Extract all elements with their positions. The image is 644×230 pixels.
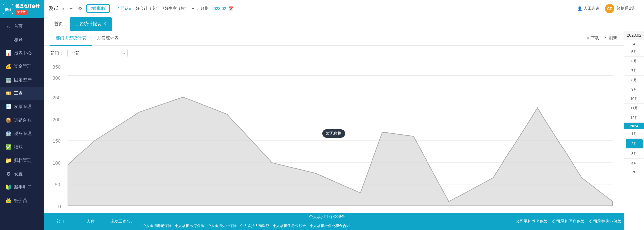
tab-salary-label: 工资统计报表 [75, 21, 101, 27]
sub-tab-monthly[interactable]: 月份统计表 [92, 31, 124, 46]
refresh-button[interactable]: ↻ 刷新 [604, 35, 617, 41]
date-item-2024-3[interactable]: 3月 [624, 149, 644, 159]
th-people: 人数 [77, 213, 104, 230]
help-button[interactable]: 👤 人工咨询 [577, 6, 600, 11]
app-logo: 畅好 畅捷通好会计 专业版 [0, 0, 44, 18]
th-company-unemployment: 公司承担失业保险 [587, 213, 624, 230]
date-item-2024-2[interactable]: 2月 [626, 139, 643, 149]
report-icon: 📊 [5, 50, 11, 56]
date-item-2023-5[interactable]: 5月 [624, 47, 644, 57]
more-status: +… [192, 6, 198, 11]
date-item-2024-4[interactable]: 4月 [624, 159, 644, 168]
dept-filter-label: 部门： [50, 50, 63, 56]
sidebar-label-sales-ledger: 进销台账 [14, 117, 32, 123]
date-item-2023-6[interactable]: 6月 [624, 57, 644, 66]
sidebar-item-settings[interactable]: ⚙ 设置 [0, 167, 44, 181]
company-dropdown-icon[interactable]: ▾ [62, 6, 64, 11]
sub-tab-dept-salary[interactable]: 部门工资统计表 [50, 31, 92, 46]
date-item-2024-1[interactable]: 1月 [624, 129, 644, 139]
th-personal-medical: 个人承担医疗保险 [173, 221, 206, 230]
svg-text:100: 100 [53, 160, 61, 166]
th-group-cells: 个人承担养老保险 个人承担医疗保险 个人承担失业保险 个人承担大额医疗 个人承担… [141, 221, 513, 230]
dept-select[interactable]: 全部 财务部 销售部 技术部 行政部 [67, 49, 128, 57]
sidebar-label-tax: 税务管理 [14, 131, 32, 137]
sidebar-item-home[interactable]: ⌂ 首页 [0, 19, 44, 33]
download-button[interactable]: ⬇ 下载 [586, 35, 599, 41]
date-item-2023-9[interactable]: 9月 [624, 85, 644, 94]
date-year-2024: 2024 [624, 123, 644, 129]
sub-tabs: 部门工资统计表 月份统计表 [50, 31, 124, 46]
app-name: 畅捷通好会计 [15, 3, 40, 9]
salary-icon: 💴 [5, 90, 11, 96]
tab-home[interactable]: 首页 [49, 17, 68, 31]
tab-close-icon[interactable]: ✕ [103, 21, 106, 26]
date-nav-up[interactable]: ▲ [624, 40, 644, 47]
sidebar-label-archive: 归档管理 [14, 157, 32, 164]
tab-salary-report[interactable]: 工资统计报表 ✕ [70, 17, 112, 31]
sidebar-item-general-ledger[interactable]: ≡ 总账 [0, 33, 44, 46]
th-company-medical: 公司承担医疗保险 [550, 213, 587, 230]
sidebar-item-fund-management[interactable]: 💰 资金管理 [0, 60, 44, 73]
settings-gear-icon[interactable]: ⚙ [78, 6, 82, 12]
refresh-label: 刷新 [609, 35, 617, 41]
table-header: 部门 人数 应发工资合计 个人承担社保公积金 个人承担养老保险 个人承担医疗保险… [44, 213, 624, 230]
tab-bar: 首页 工资统计报表 ✕ [44, 17, 644, 31]
right-date-panel: 2023.02 ▲ 5月 6月 7月 8月 9月 10月 11月 12月 202… [624, 31, 644, 230]
sidebar-item-sales-ledger[interactable]: 📦 进销台账 [0, 113, 44, 127]
chart-area: 0 50 100 150 200 250 300 350 [44, 61, 624, 213]
svg-text:畅好: 畅好 [5, 8, 12, 12]
period-label: 账期 [201, 6, 209, 11]
sidebar-item-settlement[interactable]: ✅ 结账 [0, 140, 44, 154]
certified-status: ✓ 已认证 [116, 6, 133, 11]
svg-text:0: 0 [58, 204, 61, 209]
date-item-2023-11[interactable]: 11月 [624, 104, 644, 113]
sidebar-item-tax[interactable]: 🏦 税务管理 [0, 127, 44, 140]
add-icon[interactable]: ＋ [68, 5, 74, 12]
sidebar-item-archive[interactable]: 📁 归档管理 [0, 154, 44, 167]
dept-select-wrapper: 全部 财务部 销售部 技术部 行政部 ▾ [67, 49, 128, 57]
old-version-button[interactable]: 切到旧版 [86, 4, 110, 13]
sidebar-item-fixed-assets[interactable]: 🏢 固定资产 [0, 73, 44, 87]
date-item-2023-7[interactable]: 7月 [624, 66, 644, 76]
sidebar-item-salary[interactable]: 💴 工资 [0, 87, 44, 100]
status-bar: ✓ 已认证 好会计（专） +好生意（标） +… 账期 2023-02 📅 [116, 6, 234, 11]
archive-icon: 📁 [5, 157, 11, 164]
business-status: +好生意（标） [162, 6, 189, 11]
help-label: 人工咨询 [584, 6, 600, 11]
content-area: 部门工资统计表 月份统计表 ⬇ 下载 ↻ 刷新 [44, 31, 644, 230]
invoice-icon: 🧾 [5, 104, 11, 110]
date-item-2023-10[interactable]: 10月 [624, 94, 644, 104]
topbar-right: 👤 人工咨询 CE 轻捷通B迅... [577, 4, 639, 13]
salary-chart: 0 50 100 150 200 250 300 350 [50, 64, 617, 213]
user-menu[interactable]: CE 轻捷通B迅... [605, 4, 639, 13]
chart-area-fill [68, 97, 613, 206]
fund-icon: 💰 [5, 63, 11, 70]
settings-icon: ⚙ [5, 171, 11, 177]
sidebar-item-report-center[interactable]: 📊 报表中心 [0, 46, 44, 60]
sidebar-label-fund-management: 资金管理 [14, 63, 32, 70]
date-item-2023-8[interactable]: 8月 [624, 76, 644, 85]
sidebar-label-report-center: 报表中心 [14, 50, 32, 56]
period-value: 2023-02 [211, 6, 226, 11]
company-name: 测试 [49, 6, 58, 12]
calendar-icon[interactable]: 📅 [229, 6, 234, 11]
th-group-personal: 个人承担社保公积金 个人承担养老保险 个人承担医疗保险 个人承担失业保险 个人承… [141, 213, 513, 230]
th-company-pension: 公司承担养老保险 [513, 213, 550, 230]
th-personal-total: 个人承担社保公积金合计 [308, 221, 352, 230]
sidebar-label-settlement: 结账 [14, 144, 23, 150]
sidebar-label-settings: 设置 [14, 171, 23, 177]
sidebar-item-guide[interactable]: 🔰 新手引导 [0, 181, 44, 194]
sidebar-nav: ⌂ 首页 ≡ 总账 📊 报表中心 💰 资金管理 🏢 固定资产 💴 工资 🧾 发票… [0, 18, 44, 230]
th-personal-pension: 个人承担养老保险 [141, 221, 173, 230]
member-icon: 👑 [5, 198, 11, 204]
th-personal-housing-fund: 个人承担住房公积金 [271, 221, 308, 230]
sidebar-item-member[interactable]: 👑 畅会员 [0, 194, 44, 208]
date-nav-down[interactable]: ▼ [624, 168, 644, 176]
logo-icon: 畅好 [3, 4, 13, 14]
download-label: 下载 [591, 35, 599, 41]
sidebar-item-invoice[interactable]: 🧾 发票管理 [0, 100, 44, 113]
assets-icon: 🏢 [5, 77, 11, 83]
sidebar-label-home: 首页 [14, 23, 23, 29]
svg-text:150: 150 [53, 139, 61, 144]
date-item-2023-12[interactable]: 12月 [624, 113, 644, 123]
